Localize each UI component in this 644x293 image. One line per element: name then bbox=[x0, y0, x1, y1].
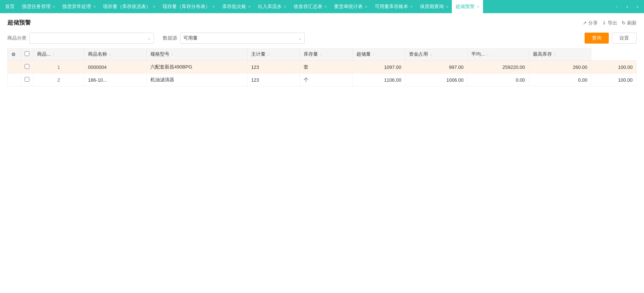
refresh-icon: ↻ bbox=[622, 20, 626, 26]
table-row: 1 0000004 六配套新昌490BPG 123 套 1097.00 997.… bbox=[8, 61, 637, 74]
settings-button[interactable]: 设置 bbox=[612, 33, 637, 44]
nav-pick-exception[interactable]: 拣货异常处理 × bbox=[59, 0, 99, 13]
nav-overstock-warning[interactable]: 超储预警 × bbox=[452, 0, 483, 13]
row-overstock: 1006.00 bbox=[405, 74, 468, 86]
nav-available-book[interactable]: 可用量库存账本 × bbox=[371, 0, 416, 13]
nav-inventory-dist-label: 现存量（库存分布表） bbox=[162, 3, 210, 10]
nav-more-button[interactable]: › bbox=[632, 0, 643, 13]
page-actions: ↗ 分享 ⇩ 导出 ↻ 刷新 bbox=[583, 20, 637, 26]
sort-stock-icon: ↕ bbox=[320, 52, 322, 56]
data-source-value: 可用量 bbox=[183, 35, 198, 41]
nav-inventory-status-label: 现存量（库存状况表） bbox=[103, 3, 151, 10]
row-max-stock: 100.00 bbox=[591, 74, 637, 86]
product-category-label: 商品分类 bbox=[7, 35, 26, 41]
row-capital: 259220.00 bbox=[468, 61, 529, 74]
th-settings[interactable]: ⚙ bbox=[8, 48, 21, 61]
nav-order-stat-label: 要货单统计表 bbox=[334, 3, 363, 10]
product-category-select[interactable]: ⌄ bbox=[29, 33, 154, 44]
nav-summary-close[interactable]: × bbox=[325, 4, 327, 9]
nav-order-stat-close[interactable]: × bbox=[365, 4, 367, 9]
nav-inventory-dist-close[interactable]: × bbox=[212, 4, 215, 9]
sort-max-stock-icon: ↕ bbox=[554, 52, 556, 56]
nav-available-book-close[interactable]: × bbox=[410, 4, 413, 9]
row-avg: 260.00 bbox=[529, 61, 591, 74]
export-label: 导出 bbox=[608, 20, 617, 26]
row-spec: 123 bbox=[247, 74, 300, 86]
nav-overstock-warning-close[interactable]: × bbox=[477, 4, 479, 9]
th-product-name[interactable]: 商品名称 ↕ bbox=[84, 48, 147, 61]
th-checkbox[interactable] bbox=[21, 48, 33, 61]
nav-pick-task[interactable]: 拣货任务管理 × bbox=[18, 0, 59, 13]
th-unit[interactable]: 主计量 ↕ bbox=[247, 48, 300, 61]
nav-inventory-status[interactable]: 现存量（库存状况表） × bbox=[99, 0, 159, 13]
row-max-stock: 100.00 bbox=[591, 61, 637, 74]
nav-pick-task-label: 拣货任务管理 bbox=[22, 3, 51, 10]
nav-inout-flow[interactable]: 出入库流水 × bbox=[254, 0, 290, 13]
export-icon: ⇩ bbox=[602, 20, 606, 26]
nav-batch-account-label: 库存批次账 bbox=[222, 3, 246, 10]
nav-inventory-status-close[interactable]: × bbox=[153, 4, 155, 9]
nav-batch-account-close[interactable]: × bbox=[248, 4, 250, 9]
settings-gear-icon: ⚙ bbox=[11, 52, 16, 57]
row-product-code: 0000004 bbox=[84, 61, 147, 74]
row-spec: 123 bbox=[247, 61, 300, 74]
table-row: 2 186-10... 机油滤清器 123 个 1106.00 1006.00 … bbox=[8, 74, 637, 86]
nav-prev-button[interactable]: ‹ bbox=[612, 0, 622, 13]
sort-unit-icon: ↕ bbox=[267, 52, 269, 56]
data-source-chevron-icon: ⌄ bbox=[298, 36, 301, 41]
export-button[interactable]: ⇩ 导出 bbox=[602, 20, 617, 26]
row-checkbox-cell[interactable] bbox=[21, 74, 33, 86]
row-checkbox[interactable] bbox=[25, 64, 29, 69]
row-num: 1 bbox=[33, 61, 84, 74]
th-overstock[interactable]: 超储量 ↕ bbox=[352, 48, 405, 61]
row-checkbox-cell[interactable] bbox=[21, 61, 33, 74]
nav-order-stat[interactable]: 要货单统计表 × bbox=[330, 0, 371, 13]
nav-home[interactable]: 首页 bbox=[1, 0, 18, 13]
query-button[interactable]: 查询 bbox=[585, 33, 609, 44]
nav-arrows: ‹ › › bbox=[612, 0, 643, 13]
nav-available-book-label: 可用量库存账本 bbox=[375, 3, 408, 10]
row-stock: 1097.00 bbox=[352, 61, 405, 74]
nav-shelf-life-close[interactable]: × bbox=[446, 4, 448, 9]
th-spec[interactable]: 规格型号 ↕ bbox=[147, 48, 248, 61]
nav-overstock-warning-label: 超储预警 bbox=[455, 3, 475, 10]
th-max-stock[interactable]: 最高库存 ↕ bbox=[529, 48, 591, 61]
row-settings-cell bbox=[8, 61, 21, 74]
th-stock[interactable]: 库存量 ↕ bbox=[300, 48, 353, 61]
data-source-filter: 数据源 可用量 ⌄ bbox=[163, 33, 305, 44]
share-label: 分享 bbox=[588, 20, 598, 26]
sort-spec-icon: ↕ bbox=[172, 52, 173, 56]
share-button[interactable]: ↗ 分享 bbox=[583, 20, 598, 26]
th-product-code[interactable]: 商品... ↕ bbox=[33, 48, 84, 61]
nav-batch-account[interactable]: 库存批次账 × bbox=[219, 0, 254, 13]
refresh-label: 刷新 bbox=[627, 20, 637, 26]
row-settings-cell bbox=[8, 74, 21, 86]
nav-next-button[interactable]: › bbox=[622, 0, 632, 13]
row-capital: 0.00 bbox=[468, 74, 529, 86]
nav-pick-exception-label: 拣货异常处理 bbox=[62, 3, 91, 10]
row-product-name: 六配套新昌490BPG bbox=[147, 61, 248, 74]
select-all-checkbox[interactable] bbox=[25, 51, 29, 56]
page-title: 超储预警 bbox=[7, 19, 31, 27]
table-header-row: ⚙ 商品... ↕ 商品名称 ↕ 规格型号 ↕ 主计量 bbox=[8, 48, 637, 61]
nav-inventory-dist[interactable]: 现存量（库存分布表） × bbox=[159, 0, 218, 13]
th-avg[interactable]: 平均... ↕ bbox=[468, 48, 529, 61]
row-stock: 1106.00 bbox=[352, 74, 405, 86]
th-capital[interactable]: 资金占用 ↕ bbox=[405, 48, 468, 61]
row-checkbox[interactable] bbox=[25, 77, 29, 82]
nav-shelf-life[interactable]: 保质期查询 × bbox=[416, 0, 452, 13]
nav-pick-task-close[interactable]: × bbox=[53, 4, 55, 9]
nav-inout-flow-close[interactable]: × bbox=[284, 4, 286, 9]
data-source-select[interactable]: 可用量 ⌄ bbox=[180, 33, 305, 44]
sort-avg-icon: ↕ bbox=[487, 52, 489, 56]
sort-product-name-icon: ↕ bbox=[109, 52, 111, 56]
share-icon: ↗ bbox=[583, 20, 587, 26]
product-category-chevron-icon: ⌄ bbox=[147, 36, 151, 41]
product-category-filter: 商品分类 ⌄ bbox=[7, 33, 154, 44]
page-content: 超储预警 ↗ 分享 ⇩ 导出 ↻ 刷新 商品分类 ⌄ 数据源 bbox=[0, 13, 644, 293]
nav-home-label: 首页 bbox=[5, 3, 15, 10]
nav-summary[interactable]: 收发存汇总表 × bbox=[290, 0, 330, 13]
nav-pick-exception-close[interactable]: × bbox=[93, 4, 95, 9]
refresh-button[interactable]: ↻ 刷新 bbox=[622, 20, 637, 26]
row-num: 2 bbox=[33, 74, 84, 86]
